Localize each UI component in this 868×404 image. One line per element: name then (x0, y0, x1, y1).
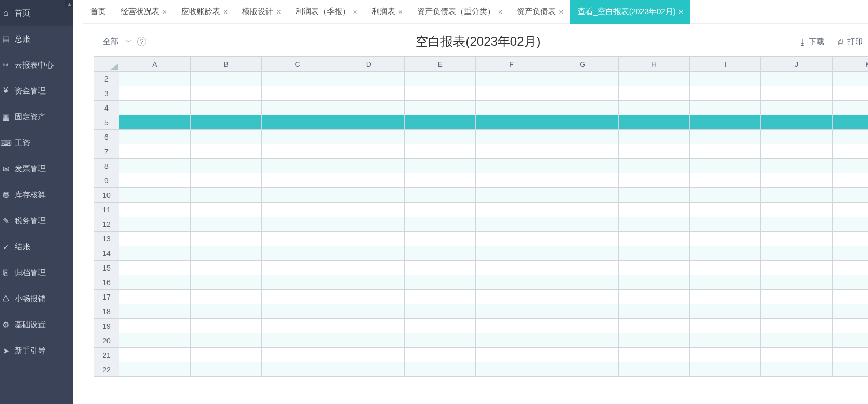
cell[interactable] (404, 144, 475, 159)
tab[interactable]: 应收账龄表× (174, 0, 235, 24)
cell[interactable] (262, 72, 333, 86)
close-icon[interactable]: × (163, 8, 167, 16)
cell[interactable] (191, 144, 262, 159)
cell[interactable] (690, 304, 761, 319)
cell[interactable] (547, 173, 618, 188)
cell[interactable] (404, 261, 475, 275)
row-header[interactable]: 21 (94, 348, 119, 362)
cell[interactable] (476, 130, 547, 144)
sidebar-item-settings[interactable]: ⚙基础设置 (0, 312, 73, 338)
row-header[interactable]: 18 (94, 304, 119, 319)
row-header[interactable]: 3 (94, 86, 119, 101)
cell[interactable] (404, 173, 475, 188)
column-header[interactable]: I (690, 57, 761, 72)
cell[interactable] (547, 159, 618, 173)
cell[interactable] (191, 159, 262, 173)
cell[interactable] (404, 362, 475, 377)
cell[interactable] (618, 275, 689, 290)
cell[interactable] (618, 333, 689, 348)
cell[interactable] (690, 246, 761, 261)
cell[interactable] (404, 115, 475, 130)
tab[interactable]: 经营状况表× (113, 0, 174, 24)
cell[interactable] (333, 333, 404, 348)
cell[interactable] (547, 130, 618, 144)
close-icon[interactable]: × (276, 8, 281, 16)
cell[interactable] (476, 159, 547, 173)
cell[interactable] (832, 173, 868, 188)
cell[interactable] (119, 188, 190, 203)
cell[interactable] (832, 115, 868, 130)
cell[interactable] (333, 115, 404, 130)
tab[interactable]: 查看_空白报表(2023年02月)× (570, 0, 690, 24)
cell[interactable] (476, 217, 547, 232)
cell[interactable] (333, 173, 404, 188)
cell[interactable] (761, 261, 832, 275)
cell[interactable] (761, 217, 832, 232)
cell[interactable] (262, 275, 333, 290)
cell[interactable] (119, 173, 190, 188)
cell[interactable] (476, 333, 547, 348)
cell[interactable] (547, 275, 618, 290)
cell[interactable] (404, 333, 475, 348)
cell[interactable] (690, 333, 761, 348)
cell[interactable] (191, 115, 262, 130)
cell[interactable] (119, 217, 190, 232)
cell[interactable] (547, 333, 618, 348)
close-icon[interactable]: × (559, 8, 563, 16)
cell[interactable] (618, 115, 689, 130)
cell[interactable] (618, 304, 689, 319)
cell[interactable] (618, 232, 689, 246)
cell[interactable] (690, 203, 761, 217)
cell[interactable] (832, 130, 868, 144)
cell[interactable] (404, 86, 475, 101)
cell[interactable] (618, 246, 689, 261)
cell[interactable] (761, 159, 832, 173)
cell[interactable] (476, 362, 547, 377)
sidebar-scroll-up[interactable]: ▴ (65, 0, 73, 7)
cell[interactable] (119, 304, 190, 319)
cell[interactable] (119, 144, 190, 159)
cell[interactable] (761, 290, 832, 304)
cell[interactable] (333, 130, 404, 144)
cell[interactable] (761, 188, 832, 203)
row-header[interactable]: 20 (94, 333, 119, 348)
cell[interactable] (547, 203, 618, 217)
cell[interactable] (690, 232, 761, 246)
cell[interactable] (476, 144, 547, 159)
cell[interactable] (832, 188, 868, 203)
cell[interactable] (119, 275, 190, 290)
row-header[interactable]: 13 (94, 232, 119, 246)
cell[interactable] (119, 319, 190, 333)
cell[interactable] (476, 188, 547, 203)
cell[interactable] (191, 290, 262, 304)
close-icon[interactable]: × (498, 8, 502, 16)
cell[interactable] (191, 362, 262, 377)
cell[interactable] (333, 159, 404, 173)
cell[interactable] (119, 362, 190, 377)
cell[interactable] (832, 217, 868, 232)
cell[interactable] (618, 101, 689, 115)
cell[interactable] (690, 86, 761, 101)
cell[interactable] (547, 101, 618, 115)
cell[interactable] (761, 173, 832, 188)
cell[interactable] (618, 72, 689, 86)
column-header[interactable]: G (547, 57, 618, 72)
cell[interactable] (404, 232, 475, 246)
row-header[interactable]: 8 (94, 159, 119, 173)
cell[interactable] (404, 246, 475, 261)
row-header[interactable]: 6 (94, 130, 119, 144)
cell[interactable] (690, 173, 761, 188)
column-header[interactable]: C (262, 57, 333, 72)
cell[interactable] (690, 290, 761, 304)
sidebar-item-archive[interactable]: ⎘归档管理 (0, 260, 73, 286)
cell[interactable] (262, 319, 333, 333)
sidebar-item-salary[interactable]: ⌨工资 (0, 130, 73, 156)
cell[interactable] (618, 319, 689, 333)
cell[interactable] (333, 304, 404, 319)
cell[interactable] (761, 144, 832, 159)
cell[interactable] (333, 319, 404, 333)
cell[interactable] (618, 188, 689, 203)
cell[interactable] (262, 159, 333, 173)
cell[interactable] (119, 159, 190, 173)
spreadsheet[interactable]: ABCDEFGHIJK 2345678910111213141516171819… (94, 56, 868, 404)
